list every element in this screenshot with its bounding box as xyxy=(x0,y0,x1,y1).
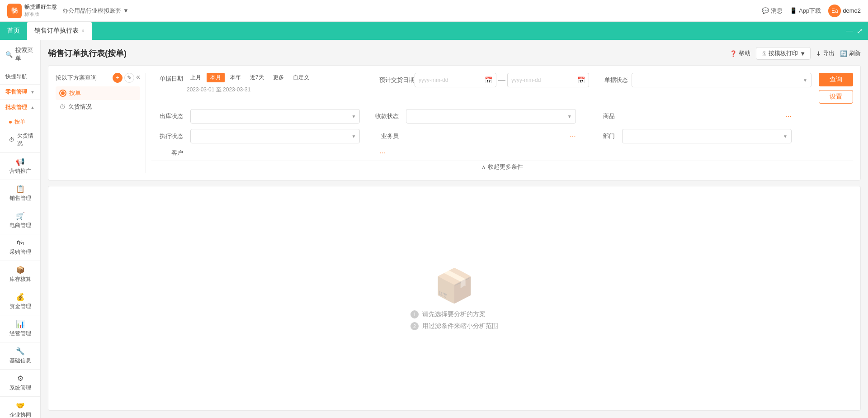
date-chip-本月[interactable]: 本月 xyxy=(207,73,225,82)
template-print-btn[interactable]: 🖨 按模板打印 ▼ xyxy=(756,47,811,60)
sidebar-item-ecommerce[interactable]: 🛒 电商管理 xyxy=(0,207,40,234)
sidebar-item-sales[interactable]: 📋 销售管理 xyxy=(0,180,40,207)
system-label: 系统管理 xyxy=(9,384,31,392)
user-section[interactable]: Ea demo2 xyxy=(828,5,861,17)
status-field: 单据状态 ▼ xyxy=(596,73,811,87)
payment-arrow: ▼ xyxy=(567,114,572,119)
window-maximize-btn[interactable]: ⤢ xyxy=(857,27,863,35)
breadcrumb-dropdown-icon[interactable]: ▼ xyxy=(123,7,129,14)
goods-label: 商品 xyxy=(583,112,615,120)
date-chip-本年[interactable]: 本年 xyxy=(226,73,245,82)
ecommerce-label: 电商管理 xyxy=(9,222,31,229)
status-label: 单据状态 xyxy=(596,76,628,84)
date-chip-近7天[interactable]: 近7天 xyxy=(246,73,268,82)
collapse-side-btn[interactable]: « xyxy=(136,73,140,83)
expected-date-field: 预计交货日期 yyyy-mm-dd 📅 — yyyy-mm-d xyxy=(374,73,589,87)
exec-status-select[interactable]: ▼ xyxy=(190,129,360,143)
sidebar-item-marketing[interactable]: 📢 营销推广 xyxy=(0,153,40,180)
inventory-label: 库存核算 xyxy=(9,276,31,283)
empty-tip-1: 1 请先选择要分析的方案 xyxy=(410,310,498,318)
dept-select[interactable]: ▼ xyxy=(622,129,792,143)
status-select[interactable]: ▼ xyxy=(632,73,811,87)
sidebar-group-wholesale-header[interactable]: 批发管理 ▲ xyxy=(0,100,40,115)
tab-close-icon[interactable]: × xyxy=(81,28,85,34)
delivery-status-select[interactable]: ▼ xyxy=(190,109,360,124)
help-btn[interactable]: ❓ 帮助 xyxy=(730,49,750,57)
scheme-item-label-按单: 按单 xyxy=(69,89,81,97)
basic-icon: 🔧 xyxy=(16,347,25,356)
dept-label: 部门 xyxy=(583,132,615,140)
corp-icon: 🤝 xyxy=(16,401,25,410)
purchase-label: 采购管理 xyxy=(9,248,31,256)
payment-status-select[interactable]: ▼ xyxy=(406,109,576,124)
app-download-action[interactable]: 📱 App下载 xyxy=(790,7,821,15)
message-icon: 💬 xyxy=(762,7,769,14)
app-download-label: App下载 xyxy=(799,7,821,15)
export-btn[interactable]: ⬇ 导出 xyxy=(816,49,835,57)
scheme-item-按单[interactable]: 按单 xyxy=(56,86,140,100)
collapse-label: 收起更多条件 xyxy=(488,163,523,171)
query-button[interactable]: 查询 xyxy=(819,73,853,86)
sidebar-item-system[interactable]: ⚙ 系统管理 xyxy=(0,370,40,397)
sidebar-sub-欠货情况[interactable]: ⏱ 欠货情况 xyxy=(0,129,40,151)
按单-dot xyxy=(9,121,12,124)
salesperson-more-btn[interactable]: ··· xyxy=(570,132,576,140)
breadcrumb[interactable]: 办公用品行业模拟账套 ▼ xyxy=(62,7,129,15)
customer-more-btn[interactable]: ··· xyxy=(379,149,385,157)
marketing-icon: 📢 xyxy=(16,157,25,166)
sidebar-item-operations[interactable]: 📊 经营管理 xyxy=(0,315,40,342)
date-field-group: 单据日期 上月 本月 本年 近7天 更多 自定义 xyxy=(151,73,367,94)
tab-sales-exec[interactable]: 销售订单执行表 × xyxy=(27,22,92,40)
sidebar-sub-按单[interactable]: 按单 xyxy=(0,115,40,129)
collapse-row[interactable]: ∧ 收起更多条件 xyxy=(151,161,853,173)
user-name[interactable]: demo2 xyxy=(843,7,861,14)
dept-field: 部门 ▼ xyxy=(583,129,792,143)
system-icon: ⚙ xyxy=(17,374,24,383)
goods-more-btn[interactable]: ··· xyxy=(786,112,792,120)
search-menu-item[interactable]: 🔍 搜索菜单 xyxy=(0,43,40,65)
date-chip-更多[interactable]: 更多 xyxy=(269,73,288,82)
欠货情况-icon: ⏱ xyxy=(9,137,14,143)
filter-side-panel: 按以下方案查询 + ✎ « 按单 xyxy=(56,73,146,173)
tab-sales-exec-label: 销售订单执行表 xyxy=(34,27,79,35)
window-minimize-btn[interactable]: — xyxy=(846,27,853,35)
calendar-from-icon: 📅 xyxy=(485,76,492,84)
scheme-item-欠货情况[interactable]: ⏱ 欠货情况 xyxy=(56,100,140,114)
date-to-input[interactable]: yyyy-mm-dd 📅 xyxy=(507,73,589,87)
quick-nav-item[interactable]: 快捷导航 xyxy=(0,69,40,85)
top-header: 畅 畅捷通好生意 标准版 办公用品行业模拟账套 ▼ 💬 消息 📱 App下载 E… xyxy=(0,0,868,22)
filter-side-actions: + ✎ « xyxy=(113,73,140,83)
download-icon: 📱 xyxy=(790,7,797,14)
date-from-input[interactable]: yyyy-mm-dd 📅 xyxy=(415,73,496,87)
date-chip-自定义[interactable]: 自定义 xyxy=(289,73,313,82)
setting-button[interactable]: 设置 xyxy=(819,90,853,104)
payment-status-field: 收款状态 ▼ xyxy=(367,109,576,124)
inventory-icon: 📦 xyxy=(16,266,25,274)
date-chip-上月[interactable]: 上月 xyxy=(187,73,205,82)
tip-text-2: 用过滤条件来缩小分析范围 xyxy=(422,322,498,330)
tab-home[interactable]: 首页 xyxy=(0,22,27,40)
export-label: 导出 xyxy=(823,49,835,57)
add-scheme-btn[interactable]: + xyxy=(113,73,123,83)
salesperson-label: 业务员 xyxy=(367,132,399,140)
sidebar-item-basic[interactable]: 🔧 基础信息 xyxy=(0,342,40,370)
sidebar-item-purchase[interactable]: 🛍 采购管理 xyxy=(0,234,40,261)
expected-date-label: 预计交货日期 xyxy=(374,76,415,84)
message-action[interactable]: 💬 消息 xyxy=(762,7,783,15)
sidebar-item-finance[interactable]: 💰 资金管理 xyxy=(0,288,40,315)
sidebar-group-retail: 零售管理 ▼ xyxy=(0,85,40,100)
customer-label: 客户 xyxy=(151,149,183,157)
help-label: 帮助 xyxy=(739,49,750,57)
empty-tips: 1 请先选择要分析的方案 2 用过滤条件来缩小分析范围 xyxy=(410,310,498,330)
header-right: 💬 消息 📱 App下载 Ea demo2 xyxy=(762,5,861,17)
search-menu-section: 🔍 搜索菜单 xyxy=(0,40,40,69)
refresh-btn[interactable]: 🔄 刷新 xyxy=(840,49,861,57)
按单-label: 按单 xyxy=(14,118,25,126)
sidebar-item-corp[interactable]: 🤝 企业协同 xyxy=(0,397,40,418)
logo-area: 畅 畅捷通好生意 标准版 xyxy=(7,4,57,18)
sidebar-group-retail-header[interactable]: 零售管理 ▼ xyxy=(0,85,40,100)
refresh-icon: 🔄 xyxy=(840,50,847,57)
edit-scheme-btn[interactable]: ✎ xyxy=(124,73,134,83)
operations-label: 经营管理 xyxy=(9,330,31,337)
sidebar-item-inventory[interactable]: 📦 库存核算 xyxy=(0,261,40,288)
